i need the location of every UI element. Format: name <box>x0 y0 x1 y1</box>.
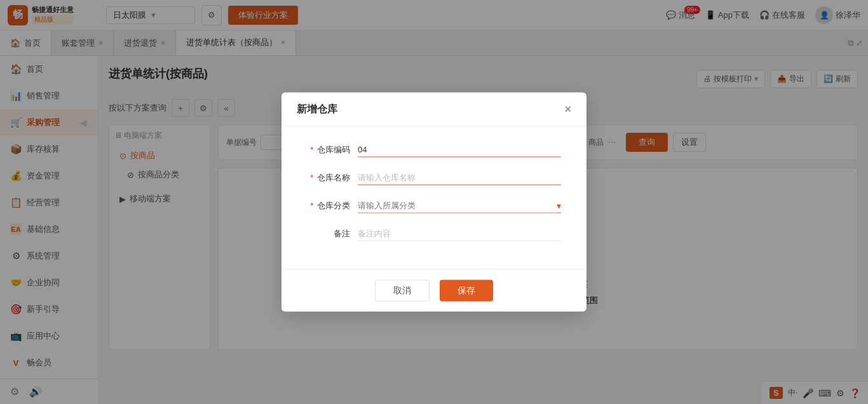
modal-header: 新增仓库 × <box>281 93 587 127</box>
warehouse-code-input[interactable] <box>358 142 561 158</box>
save-button[interactable]: 保存 <box>440 280 493 302</box>
note-label: 备注 <box>307 228 358 239</box>
modal-close-button[interactable]: × <box>564 103 571 116</box>
category-select-input[interactable] <box>358 198 557 213</box>
add-warehouse-modal: 新增仓库 × * 仓库编码 * 仓库名称 * 仓库分类 <box>281 93 587 312</box>
form-row-category: * 仓库分类 ▾ <box>307 198 561 213</box>
modal-title: 新增仓库 <box>297 103 337 116</box>
form-row-name: * 仓库名称 <box>307 170 561 185</box>
modal-footer: 取消 保存 <box>281 269 587 312</box>
warehouse-name-input[interactable] <box>358 170 561 185</box>
note-input[interactable] <box>358 226 561 241</box>
category-dropdown-icon[interactable]: ▾ <box>557 200 561 210</box>
category-label: * 仓库分类 <box>307 200 358 212</box>
category-select-wrapper: ▾ <box>358 198 561 213</box>
cancel-button[interactable]: 取消 <box>375 280 430 302</box>
code-label: * 仓库编码 <box>307 144 358 156</box>
name-label: * 仓库名称 <box>307 172 358 184</box>
form-row-code: * 仓库编码 <box>307 142 561 158</box>
modal-body: * 仓库编码 * 仓库名称 * 仓库分类 ▾ <box>281 127 587 269</box>
form-row-note: 备注 <box>307 226 561 241</box>
